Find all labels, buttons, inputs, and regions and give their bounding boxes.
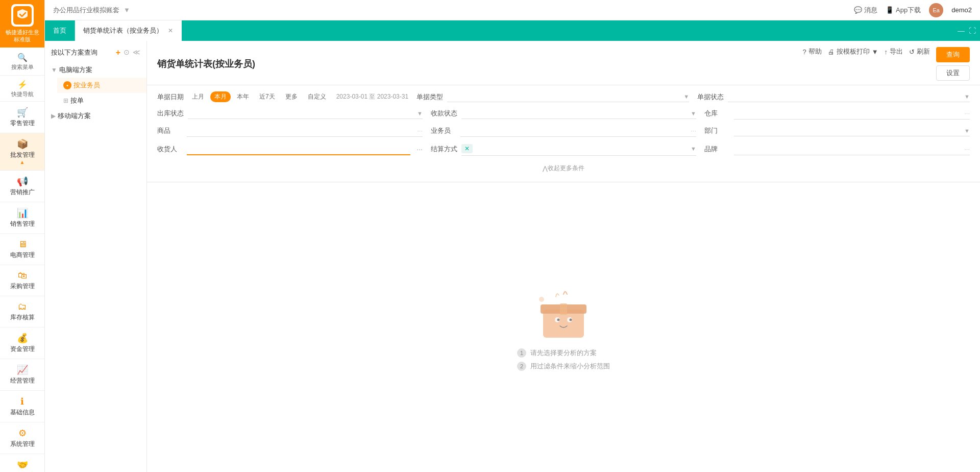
payment-method-select[interactable]: ✕ ▼ (461, 142, 696, 156)
scheme-tree: ▼ 电脑端方案 • 按业务员 ⊞ 按单 ▶ 移动端方案 (45, 60, 146, 126)
collapse-conditions-btn[interactable]: ⋀ 收起更多条件 (157, 161, 970, 176)
page-header: 销货单统计表(按业务员) ? 帮助 🖨 按模板打印 ▼ ↑ (147, 41, 980, 85)
sidebar-item-ecommerce[interactable]: 🖥 电商管理 (0, 234, 44, 265)
payment-method-tag-close[interactable]: ✕ (464, 145, 470, 152)
svg-point-6 (557, 318, 560, 321)
tree-item-mobile[interactable]: ▶ 移动端方案 (45, 108, 146, 124)
query-button[interactable]: 查询 (936, 47, 970, 62)
sidebar-quicknav[interactable]: ⚡ 快捷导航 (0, 76, 44, 102)
sidebar-search[interactable]: 🔍 搜索菜单 (0, 48, 44, 76)
home-tab-label: 首页 (53, 26, 66, 35)
tab-sales-report[interactable]: 销货单统计表（按业务员） ✕ (75, 20, 182, 41)
tab-minimize-icon[interactable]: — (958, 27, 965, 35)
app-logo[interactable]: 畅捷通好生意 标准版 (0, 0, 44, 48)
sidebar-item-enterprise[interactable]: 🤝 企业协同 (0, 454, 44, 472)
user-name[interactable]: demo2 (951, 6, 972, 14)
brand-label: 品牌 (704, 145, 730, 154)
date-pill-7days[interactable]: 近7天 (255, 91, 279, 102)
topbar-right: 💬 消息 📱 App下载 Ea demo2 (854, 3, 972, 17)
sidebar-item-retail[interactable]: 🛒 零售管理 (0, 102, 44, 133)
logo-text: 畅捷通好生意 标准版 (2, 29, 42, 43)
warehouse-select[interactable]: ··· (734, 107, 970, 120)
status-select[interactable]: ▼ (728, 91, 970, 102)
edit-scheme-btn[interactable]: ⊙ (124, 48, 130, 57)
print-dropdown-icon[interactable]: ▼ (872, 48, 878, 56)
operations-icon: 📈 (17, 364, 28, 375)
svg-rect-3 (560, 303, 567, 315)
sales-icon: 📊 (17, 207, 28, 219)
staff-select[interactable]: ··· (460, 125, 696, 137)
topbar: 办公用品行业模拟账套 ▼ 💬 消息 📱 App下载 Ea demo2 (45, 0, 980, 20)
date-pill-this-year[interactable]: 本年 (233, 91, 253, 102)
consignee-input[interactable] (187, 143, 410, 155)
sidebar-item-sales[interactable]: 📊 销售管理 (0, 202, 44, 234)
date-label: 单据日期 (157, 92, 184, 102)
tree-item-pc[interactable]: ▼ 电脑端方案 (45, 62, 146, 78)
sidebar-item-finance[interactable]: 💰 资金管理 (0, 327, 44, 359)
filter-consignee: 收货人 ··· (157, 143, 423, 155)
goods-dots-icon: ··· (417, 127, 423, 134)
sidebar-item-basic[interactable]: ℹ 基础信息 (0, 391, 44, 422)
help-icon: ? (802, 48, 806, 56)
filter-goods: 商品 ··· (157, 125, 423, 137)
by-order-label: 按单 (70, 96, 140, 105)
print-btn[interactable]: 🖨 按模板打印 ▼ (828, 47, 878, 56)
tab-home[interactable]: 首页 (45, 20, 75, 41)
dept-select[interactable]: ▼ (734, 126, 970, 136)
date-pill-last-month[interactable]: 上月 (188, 91, 208, 102)
hint-item-1: 1 请先选择要分析的方案 (517, 348, 610, 358)
payment-label: 收款状态 (431, 109, 457, 118)
filter-type: 单据类型 ▼ (416, 91, 689, 102)
date-pill-custom[interactable]: 自定义 (304, 91, 330, 102)
sidebar-item-system-label: 系统管理 (10, 440, 35, 449)
out-status-select[interactable]: ▼ (188, 108, 423, 119)
add-scheme-btn[interactable]: + (116, 48, 120, 57)
export-btn[interactable]: ↑ 导出 (885, 47, 903, 56)
tab-expand-icon[interactable]: ⛶ (969, 27, 976, 35)
sidebar-item-wholesale[interactable]: 📦 批发管理 ▲ (0, 133, 44, 171)
app-download-icon: 📱 (886, 6, 894, 14)
brand-select[interactable]: ··· (734, 143, 970, 155)
sidebar-item-system[interactable]: ⚙ 系统管理 (0, 422, 44, 454)
date-pill-more[interactable]: 更多 (281, 91, 302, 102)
sales-report-tab-label: 销货单统计表（按业务员） (83, 26, 163, 35)
app-download-btn[interactable]: 📱 App下载 (886, 6, 921, 15)
export-label: 导出 (890, 47, 903, 56)
panel-title-text: 按以下方案查询 (51, 48, 97, 57)
sidebar-item-ecommerce-label: 电商管理 (10, 251, 35, 259)
tree-item-by-order[interactable]: ⊞ 按单 (57, 93, 146, 108)
payment-method-arrow-icon: ▼ (691, 146, 696, 152)
sidebar-item-purchase[interactable]: 🛍 采购管理 (0, 265, 44, 296)
tree-item-by-staff[interactable]: • 按业务员 (57, 78, 146, 93)
sidebar-item-inventory[interactable]: 🗂 库存核算 (0, 296, 44, 327)
tree-expand-icon: ▼ (51, 66, 57, 74)
wholesale-icon: 📦 (17, 138, 28, 150)
payment-select[interactable]: ▼ (461, 108, 696, 119)
sidebar-item-marketing[interactable]: 📢 营销推广 (0, 171, 44, 202)
panel-title: 按以下方案查询 + ⊙ ≪ (45, 45, 146, 60)
app-title: 办公用品行业模拟账套 (53, 6, 119, 15)
empty-illustration (530, 284, 597, 340)
refresh-btn[interactable]: ↺ 刷新 (909, 47, 930, 56)
help-btn[interactable]: ? 帮助 (802, 47, 821, 56)
collapse-panel-btn[interactable]: ≪ (133, 48, 140, 57)
svg-point-8 (570, 318, 572, 321)
sidebar-item-finance-label: 资金管理 (10, 345, 35, 353)
main-content: 1 请先选择要分析的方案 2 用过滤条件来缩小分析范围 (147, 182, 980, 472)
sidebar-item-operations[interactable]: 📈 经营管理 (0, 359, 44, 391)
dropdown-icon[interactable]: ▼ (124, 6, 130, 14)
date-pill-this-month[interactable]: 本月 (210, 91, 231, 102)
filter-row-2: 出库状态 ▼ 收款状态 ▼ 仓库 (157, 107, 970, 120)
user-avatar[interactable]: Ea (929, 3, 943, 17)
payment-method-label: 结算方式 (431, 145, 457, 154)
goods-select[interactable]: ··· (187, 125, 423, 137)
by-staff-label: 按业务员 (74, 81, 140, 90)
settings-button[interactable]: 设置 (936, 65, 970, 81)
tab-close-btn[interactable]: ✕ (168, 27, 173, 34)
sidebar-item-inventory-label: 库存核算 (10, 313, 35, 322)
main-area: 办公用品行业模拟账套 ▼ 💬 消息 📱 App下载 Ea demo2 首页 销货… (45, 0, 980, 472)
warehouse-dots-icon: ··· (964, 109, 970, 117)
consignee-dots-icon[interactable]: ··· (416, 145, 423, 153)
message-btn[interactable]: 💬 消息 (854, 6, 877, 15)
type-select[interactable]: ▼ (447, 91, 689, 102)
